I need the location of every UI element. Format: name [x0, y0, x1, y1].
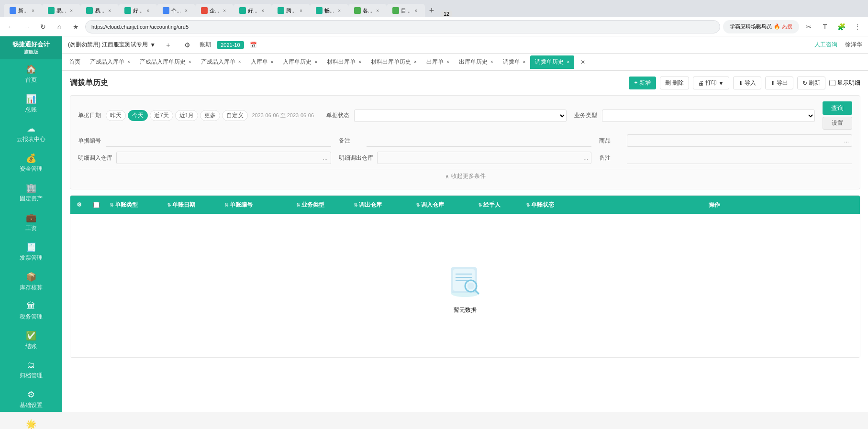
new-tab-button[interactable]: +: [425, 4, 438, 17]
import-button[interactable]: ⬇ 导入: [733, 77, 761, 89]
delete-button[interactable]: 删 删除: [660, 77, 689, 89]
page-tab-close-11[interactable]: ×: [567, 59, 569, 65]
page-tab-home[interactable]: 首页: [64, 55, 85, 69]
page-tab-close-2[interactable]: ×: [189, 59, 191, 65]
show-cols-checkbox[interactable]: [829, 80, 835, 86]
sidebar-item-payroll[interactable]: 💼 工资: [0, 208, 62, 237]
browser-tab-10[interactable]: 各... ×: [348, 4, 387, 17]
th-doc-date[interactable]: ⇅ 单账日期: [162, 201, 220, 209]
page-tab-11[interactable]: 调拨单历史 ×: [530, 55, 574, 69]
filter-settings-button[interactable]: 设置: [823, 117, 852, 130]
page-tab-close-7[interactable]: ×: [414, 59, 417, 65]
sidebar-item-guide[interactable]: 🌟 新手引导: [0, 414, 62, 429]
page-tab-4[interactable]: 入库单 ×: [246, 55, 278, 69]
page-tab-close-1[interactable]: ×: [127, 59, 130, 65]
page-tab-close-9[interactable]: ×: [490, 59, 493, 65]
th-status[interactable]: ⇅ 单账状态: [521, 201, 569, 209]
sidebar-item-inventory[interactable]: 📦 库存核算: [0, 267, 62, 297]
page-tab-close-5[interactable]: ×: [314, 59, 317, 65]
date-btn-1month[interactable]: 近1月: [175, 110, 199, 121]
sidebar-item-tax[interactable]: 🏛 税务管理: [0, 297, 62, 326]
sidebar-item-fund[interactable]: 💰 资金管理: [0, 148, 62, 178]
close-all-tabs-button[interactable]: ✕: [576, 55, 590, 69]
to-warehouse-more-icon[interactable]: ...: [583, 154, 588, 161]
th-business-type[interactable]: ⇅ 业务类型: [291, 201, 349, 209]
select-all-checkbox[interactable]: [93, 202, 100, 208]
page-tab-5[interactable]: 入库单历史 ×: [278, 55, 322, 69]
browser-tab-2[interactable]: 易... ×: [42, 4, 80, 17]
browser-tab-11[interactable]: 目... ×: [387, 4, 425, 17]
browser-tab-9[interactable]: 畅... ×: [310, 4, 348, 17]
refresh-button[interactable]: ↻: [36, 20, 50, 33]
sidebar-item-close[interactable]: ✅ 结账: [0, 326, 62, 355]
page-tab-close-10[interactable]: ×: [523, 59, 526, 65]
date-btn-today[interactable]: 今天: [128, 110, 148, 121]
goods-selector[interactable]: ...: [627, 134, 852, 147]
translate-icon[interactable]: T: [818, 20, 832, 33]
browser-tab-3[interactable]: 易... ×: [80, 4, 119, 17]
tab-close-6[interactable]: ×: [223, 8, 226, 13]
tab-close-1[interactable]: ×: [32, 8, 34, 13]
th-doc-number[interactable]: ⇅ 单账编号: [220, 201, 291, 209]
page-tab-close-8[interactable]: ×: [446, 59, 449, 65]
user-service-link[interactable]: 人工咨询: [814, 41, 837, 49]
sidebar-item-assets[interactable]: 🏢 固定资产: [0, 178, 62, 208]
search-button[interactable]: 查询: [823, 101, 852, 115]
th-gear[interactable]: ⚙: [70, 201, 88, 208]
print-button[interactable]: 🖨 打印 ▼: [693, 77, 729, 89]
sidebar-item-home[interactable]: 🏠 首页: [0, 59, 62, 89]
bookmark-button[interactable]: ★: [69, 20, 82, 33]
date-btn-more[interactable]: 更多: [200, 110, 220, 121]
export-button[interactable]: ⬆ 导出: [765, 77, 793, 89]
tab-close-5[interactable]: ×: [185, 8, 188, 13]
sidebar-item-archive[interactable]: 🗂 归档管理: [0, 355, 62, 385]
page-tab-9[interactable]: 出库单历史 ×: [454, 55, 498, 69]
sidebar-item-cloud-report[interactable]: ☁ 云报表中心: [0, 119, 62, 148]
username-display[interactable]: 徐泽华: [845, 41, 862, 49]
remark2-input[interactable]: [627, 152, 852, 164]
to-warehouse-selector[interactable]: ...: [377, 152, 592, 164]
tab-close-7[interactable]: ×: [261, 8, 264, 13]
th-out-warehouse[interactable]: ⇅ 调出仓库: [349, 201, 411, 209]
extensions-button[interactable]: 🧩: [835, 20, 848, 33]
home-button[interactable]: ⌂: [53, 20, 66, 33]
gear-button[interactable]: ⚙: [180, 38, 194, 52]
scissors-icon[interactable]: ✂: [802, 20, 815, 33]
page-tab-10[interactable]: 调拨单 ×: [498, 55, 531, 69]
th-doc-type[interactable]: ⇅ 单账类型: [105, 201, 162, 209]
tab-close-4[interactable]: ×: [146, 8, 149, 13]
show-cols-toggle[interactable]: 显示明细: [829, 79, 860, 87]
tab-close-10[interactable]: ×: [376, 8, 379, 13]
doc-number-input[interactable]: [106, 134, 331, 147]
th-checkbox[interactable]: [88, 202, 105, 208]
th-handler[interactable]: ⇅ 经手人: [473, 201, 521, 209]
date-btn-7days[interactable]: 近7天: [150, 110, 173, 121]
page-tab-8[interactable]: 出库单 ×: [422, 55, 454, 69]
sidebar-item-invoice[interactable]: 🧾 发票管理: [0, 237, 62, 267]
goods-more-icon[interactable]: ...: [844, 137, 849, 144]
page-tab-close-6[interactable]: ×: [358, 59, 361, 65]
from-warehouse-more-icon[interactable]: ...: [323, 154, 328, 161]
collapse-button[interactable]: ∧ 收起更多条件: [445, 172, 486, 180]
status-select[interactable]: [354, 110, 567, 122]
back-button[interactable]: ←: [4, 20, 17, 33]
browser-tab-7[interactable]: 好... ×: [234, 4, 272, 17]
page-tab-2[interactable]: 产成品入库单历史 ×: [135, 55, 196, 69]
more-button[interactable]: ⋮: [851, 20, 864, 33]
th-in-warehouse[interactable]: ⇅ 调入仓库: [411, 201, 473, 209]
tab-close-2[interactable]: ×: [70, 8, 73, 13]
sidebar-item-ledger[interactable]: 📊 总账: [0, 89, 62, 119]
business-type-select[interactable]: [602, 110, 815, 122]
from-warehouse-selector[interactable]: ...: [116, 152, 331, 164]
add-company-button[interactable]: +: [161, 38, 175, 52]
page-tab-6[interactable]: 材料出库单 ×: [322, 55, 366, 69]
page-tab-7[interactable]: 材料出库单历史 ×: [366, 55, 422, 69]
tab-close-9[interactable]: ×: [338, 8, 341, 13]
tab-close-8[interactable]: ×: [300, 8, 302, 13]
company-selector[interactable]: (勿删勿禁用) 江西服宝测试专用 ▼: [68, 41, 156, 49]
date-btn-custom[interactable]: 自定义: [222, 110, 248, 121]
forward-button[interactable]: →: [20, 20, 33, 33]
address-bar[interactable]: [85, 20, 720, 33]
browser-tab-5[interactable]: 个... ×: [157, 4, 195, 17]
browser-tab-8[interactable]: 腾... ×: [272, 4, 310, 17]
